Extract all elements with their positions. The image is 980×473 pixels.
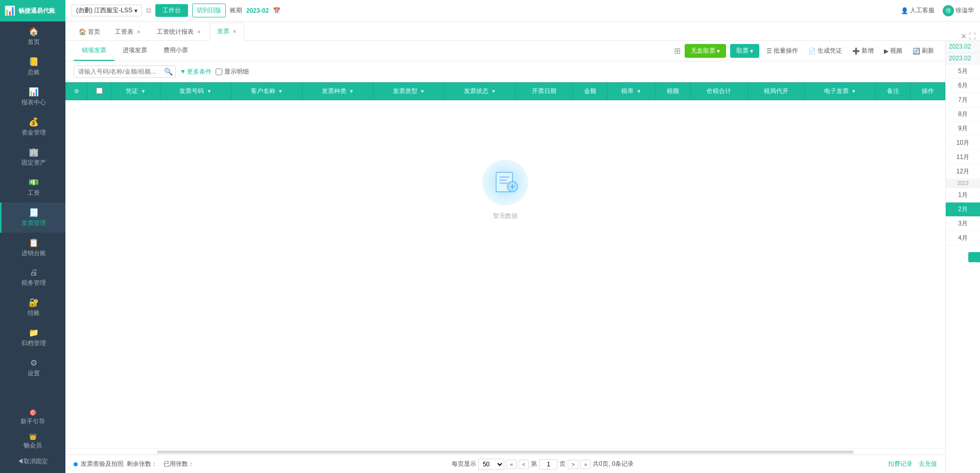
search-input[interactable]	[74, 65, 176, 78]
go-purchase-link[interactable]: 去充值	[919, 460, 937, 468]
period-year-row-2023-02-2[interactable]: 2023.02	[946, 53, 980, 64]
sidebar-item-label: 工资	[28, 189, 40, 197]
sidebar-item-guide[interactable]: 🎯 新手引导	[2, 406, 63, 429]
company-selector[interactable]: (勿删) 江西服宝-LSS ▾	[72, 5, 142, 16]
tab-home[interactable]: 🏠 首页	[72, 24, 107, 40]
period-month-2023-4[interactable]: 4月	[946, 231, 980, 245]
first-page-btn[interactable]: «	[506, 460, 517, 469]
period-month-2023-2[interactable]: 2月	[946, 202, 980, 217]
show-detail-checkbox-wrap[interactable]: 显示明细	[216, 67, 249, 76]
period-month-7[interactable]: 7月	[946, 93, 980, 107]
open-period-btn[interactable]: 开账日期	[968, 252, 980, 262]
no-voucher-btn[interactable]: 无血取票 ▾	[685, 44, 726, 58]
sidebar-item-member[interactable]: 👑 畅会员	[2, 430, 63, 453]
pin-label: ◀取消固定	[17, 457, 48, 466]
refresh-btn[interactable]: 🔄 刷新	[909, 44, 937, 57]
voucher-filter-icon[interactable]: ▼	[141, 88, 146, 94]
period-month-10[interactable]: 10月	[946, 136, 980, 150]
voucher-label: 取票	[736, 47, 749, 55]
tab-salary-table[interactable]: 工资表 ✕	[107, 23, 148, 40]
th-electronic: 电子发票 ▼	[805, 83, 876, 100]
home-tab-label: 首页	[88, 28, 100, 35]
horizontal-scrollbar[interactable]	[157, 451, 854, 454]
tab-invoice-close[interactable]: ✕	[232, 29, 237, 34]
show-detail-checkbox[interactable]	[216, 69, 222, 75]
pin-toggle[interactable]: ◀取消固定	[2, 454, 63, 469]
sidebar-item-ledger[interactable]: 📒 总账	[0, 52, 65, 82]
sidebar-item-archive[interactable]: 📁 归档管理	[0, 323, 65, 353]
page-input[interactable]	[539, 459, 557, 469]
select-all-checkbox[interactable]	[96, 87, 103, 94]
invoice-table: ⚙ 凭证 ▼ 发票号码 ▼ 客户名称	[65, 82, 945, 100]
invoice-status-filter-icon[interactable]: ▼	[491, 88, 496, 94]
electronic-filter-icon[interactable]: ▼	[851, 88, 856, 94]
service-label: 人工客服	[910, 6, 935, 15]
voucher-btn[interactable]: 取票 ▾	[730, 44, 759, 58]
add-record-link[interactable]: 扣费记录	[888, 460, 913, 468]
period-year-row-2023-02-top[interactable]: 2023.02	[946, 41, 980, 53]
th-settings[interactable]: ⚙	[66, 83, 87, 100]
period-month-5[interactable]: 5月	[946, 64, 980, 79]
tab-invoice[interactable]: 发票 ✕	[209, 22, 244, 41]
check-label: 发票查验及拍照	[81, 460, 124, 468]
copy-icon[interactable]: ⧉	[146, 6, 151, 15]
sidebar-item-salary[interactable]: 💵 工资	[0, 172, 65, 202]
show-detail-label: 显示明细	[224, 67, 249, 76]
period-month-11[interactable]: 11月	[946, 150, 980, 165]
grid-view-icon[interactable]: ⊞	[674, 46, 681, 56]
period-month-12[interactable]: 12月	[946, 165, 980, 179]
period-month-2023-3[interactable]: 3月	[946, 217, 980, 231]
sidebar-item-invoice-mgmt[interactable]: 🧾 发票管理	[0, 202, 65, 233]
invoice-no-filter-icon[interactable]: ▼	[207, 88, 212, 94]
th-operation: 操作	[911, 83, 945, 100]
sidebar-item-home[interactable]: 🏠 首页	[0, 21, 65, 52]
next-page-btn[interactable]: >	[568, 460, 578, 469]
tax-rate-filter-icon[interactable]: ▼	[637, 88, 642, 94]
sidebar-item-sales-ledger[interactable]: 📋 进销台账	[0, 233, 65, 263]
period-month-2023-1[interactable]: 1月	[946, 188, 980, 202]
tab-close-all[interactable]: ✕	[961, 32, 967, 40]
page-size-select[interactable]: 50 100 200	[478, 459, 504, 470]
funds-icon: 💰	[29, 117, 39, 127]
th-checkbox[interactable]	[87, 83, 112, 100]
th-tax: 税额	[656, 83, 691, 100]
period-month-9[interactable]: 9月	[946, 122, 980, 136]
gen-voucher-icon: 📄	[808, 48, 816, 55]
tab-expand[interactable]: ⛶	[969, 32, 976, 40]
settings-icon: ⚙	[30, 358, 37, 368]
invoice-category-filter-icon[interactable]: ▼	[420, 88, 425, 94]
period-month-8[interactable]: 8月	[946, 107, 980, 122]
period-icon[interactable]: 📅	[273, 7, 281, 14]
sidebar-bottom: 🎯 新手引导 👑 畅会员 ◀取消固定	[0, 402, 65, 473]
invoice-type-filter-icon[interactable]: ▼	[349, 88, 354, 94]
gen-voucher-btn[interactable]: 📄 生成凭证	[805, 44, 845, 57]
topbar-right: 👤 人工客服 徐 徐溢华	[901, 5, 974, 16]
sidebar-item-tax-mgmt[interactable]: 🖨 税务管理	[0, 263, 65, 292]
tab-salary-stat-close[interactable]: ✕	[197, 29, 201, 35]
tab-salary-table-close[interactable]: ✕	[136, 29, 141, 35]
logo-icon: 📊	[4, 5, 15, 16]
service-button[interactable]: 👤 人工客服	[901, 6, 935, 15]
subtab-sales-invoice[interactable]: 销项发票	[74, 41, 114, 61]
tab-salary-stat[interactable]: 工资统计报表 ✕	[149, 23, 208, 40]
sidebar-item-assets[interactable]: 🏢 固定资产	[0, 142, 65, 172]
prev-page-btn[interactable]: <	[519, 460, 529, 469]
footer-left: 发票查验及拍照 剩余张数： 已用张数：	[74, 460, 197, 468]
sidebar-item-settings[interactable]: ⚙ 设置	[0, 353, 65, 383]
batch-op-btn[interactable]: ☰ 批量操作	[763, 44, 801, 57]
workbench-button[interactable]: 工作台	[155, 4, 188, 17]
video-btn[interactable]: ▶ 视频	[881, 44, 905, 57]
oldver-button[interactable]: 切到旧版	[192, 4, 226, 17]
customer-filter-icon[interactable]: ▼	[278, 88, 283, 94]
user-menu[interactable]: 徐 徐溢华	[943, 5, 974, 16]
new-btn[interactable]: ➕ 新增	[849, 44, 877, 57]
member-icon: 👑	[29, 433, 37, 440]
subtab-expense-receipt[interactable]: 费用小票	[155, 41, 196, 61]
subtab-purchase-invoice[interactable]: 进项发票	[114, 41, 155, 61]
sidebar-item-funds[interactable]: 💰 资金管理	[0, 112, 65, 142]
period-month-6[interactable]: 6月	[946, 79, 980, 93]
filter-btn[interactable]: ▼ 更多条件	[180, 67, 212, 76]
sidebar-item-reports[interactable]: 📊 报表中心	[0, 82, 65, 112]
last-page-btn[interactable]: »	[580, 460, 591, 469]
sidebar-item-closing[interactable]: 🔐 结账	[0, 292, 65, 323]
